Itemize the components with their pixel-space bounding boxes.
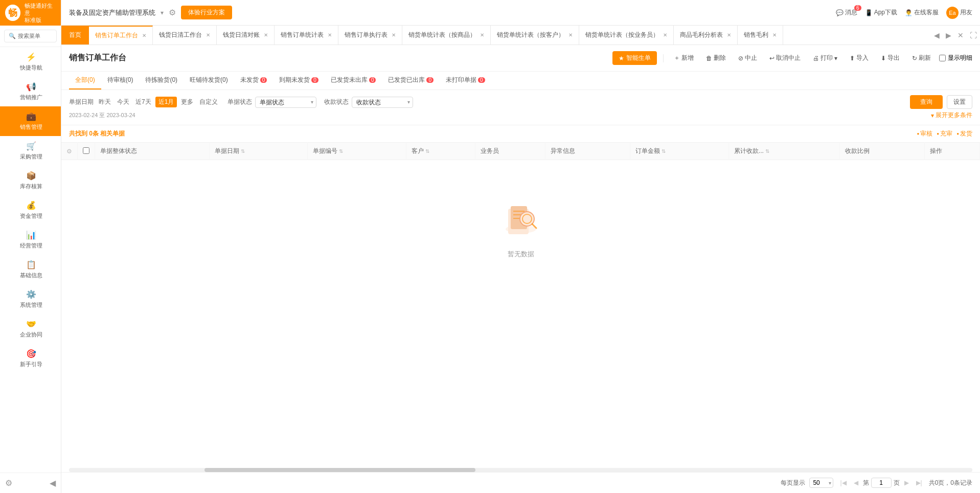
print-button[interactable]: 🖨 打印 ▾ [809, 52, 841, 64]
tab-sales-by-customer[interactable]: 销货单统计表（按客户） ✕ [491, 26, 579, 44]
sidebar-collapse-button[interactable]: ◀ [50, 478, 56, 488]
cancel-suspend-button[interactable]: ↩ 取消中止 [765, 52, 805, 64]
app-download-button[interactable]: 📱 App下载 [865, 8, 897, 17]
add-button[interactable]: ＋ 新增 [670, 52, 698, 64]
tab-close-icon[interactable]: ✕ [328, 32, 332, 38]
tab-close-icon[interactable]: ✕ [568, 32, 573, 38]
sidebar-settings-button[interactable]: ⚙ [5, 478, 12, 488]
sub-tab-expired-not-shipped[interactable]: 到期未发货0 [273, 72, 325, 89]
message-button[interactable]: 💬 消息 6 [836, 8, 857, 17]
date-custom-button[interactable]: 自定义 [197, 97, 220, 107]
sub-tab-wangpu[interactable]: 旺铺待发货(0) [184, 72, 234, 89]
online-service-button[interactable]: 👨‍💼 在线客服 [905, 8, 939, 17]
show-detail-checkbox[interactable] [939, 55, 946, 61]
tab-cash-reconcile[interactable]: 钱货日清对账 ✕ [217, 26, 275, 44]
col-settings-icon[interactable]: ⚙ [61, 143, 78, 160]
status-select[interactable]: 单据状态 [255, 97, 316, 108]
sidebar-item-guide[interactable]: 🎯 新手引导 [0, 344, 61, 373]
tab-close-icon[interactable]: ✕ [772, 32, 777, 38]
scrollbar-thumb[interactable] [204, 468, 475, 472]
filter-bar: 单据日期 昨天 今天 近7天 近1月 更多 自定义 单据状态 [61, 90, 980, 125]
sub-tab-pending-review[interactable]: 待审核(0) [101, 72, 140, 89]
tab-close-icon[interactable]: ✕ [206, 32, 210, 38]
sidebar-item-sales[interactable]: 💼 销售管理 [0, 106, 61, 136]
sidebar-item-base-info[interactable]: 📋 基础信息 [0, 255, 61, 284]
col-no[interactable]: 单据编号⇅ [308, 143, 406, 160]
tab-cash-daily[interactable]: 钱货日清工作台 ✕ [153, 26, 217, 44]
show-detail-label[interactable]: 显示明细 [939, 54, 972, 62]
sub-tab-not-shipped[interactable]: 未发货0 [234, 72, 274, 89]
date-filter: 单据日期 昨天 今天 近7天 近1月 更多 自定义 [69, 97, 220, 107]
prev-page-button[interactable]: ◀ [851, 478, 861, 487]
tab-close-icon[interactable]: ✕ [727, 32, 731, 38]
sidebar-item-purchase[interactable]: 🛒 采购管理 [0, 136, 61, 166]
tab-close-icon[interactable]: ✕ [142, 33, 146, 38]
batch-cancel-review-button[interactable]: 充审 [937, 129, 952, 138]
system-dropdown-button[interactable]: ▾ [161, 9, 164, 16]
date-7days-button[interactable]: 近7天 [133, 97, 153, 107]
payment-select[interactable]: 收款状态 [352, 97, 413, 108]
select-all-checkbox[interactable] [83, 147, 89, 154]
sub-tab-shipped-out[interactable]: 已发货已出库0 [382, 72, 440, 89]
horizontal-scrollbar[interactable] [69, 468, 972, 472]
sidebar-search-area[interactable]: 🔍 搜索菜单 [0, 26, 61, 47]
tab-sales-by-product[interactable]: 销货单统计表（按商品） ✕ [402, 26, 491, 44]
last-page-button[interactable]: ▶| [914, 478, 925, 487]
sidebar-bottom: ⚙ ◀ [0, 473, 61, 493]
search-menu-button[interactable]: 🔍 搜索菜单 [4, 30, 57, 42]
suspend-button[interactable]: ⊘ 中止 [734, 52, 761, 64]
tab-sales-workbench[interactable]: 销售订单工作台 ✕ [89, 26, 153, 44]
date-1month-button[interactable]: 近1月 [155, 97, 177, 107]
query-button[interactable]: 查询 [910, 95, 943, 109]
page-size-select[interactable]: 50 10 20 100 [809, 478, 833, 488]
tab-close-icon[interactable]: ✕ [264, 32, 268, 38]
tab-close-all-button[interactable]: ✕ [954, 26, 967, 45]
export-button[interactable]: ⬇ 导出 [877, 52, 904, 64]
sub-tab-not-printed[interactable]: 未打印单据0 [440, 72, 491, 89]
tab-sales-by-staff[interactable]: 销货单统计表（按业务员） ✕ [579, 26, 674, 44]
date-today-button[interactable]: 今天 [115, 97, 131, 107]
tab-close-icon[interactable]: ✕ [392, 32, 396, 38]
tab-next-button[interactable]: ▶ [943, 26, 954, 45]
batch-ship-button[interactable]: 发货 [956, 129, 972, 138]
sidebar-item-enterprise[interactable]: 🤝 企业协同 [0, 314, 61, 344]
batch-review-button[interactable]: 审核 [917, 129, 932, 138]
delete-button[interactable]: 🗑 删除 [702, 52, 730, 64]
tab-home[interactable]: 首页 [61, 26, 89, 44]
topbar-settings-button[interactable]: ⚙ [169, 8, 176, 17]
sub-tab-pending-inspect[interactable]: 待拣验货(0) [139, 72, 184, 89]
tab-sales-gross[interactable]: 销售毛利 ✕ [738, 26, 783, 44]
sub-tab-shipped-not-out[interactable]: 已发货未出库0 [325, 72, 382, 89]
col-checkbox[interactable] [78, 143, 95, 160]
expand-filter-button[interactable]: ▾ 展开更多条件 [931, 111, 972, 120]
col-collected[interactable]: 累计收款...⇅ [728, 143, 839, 160]
sidebar-item-finance[interactable]: 💰 资金管理 [0, 195, 61, 225]
sidebar-item-inventory[interactable]: 📦 库存核算 [0, 166, 61, 195]
next-page-button[interactable]: ▶ [902, 478, 911, 487]
col-amount[interactable]: 订单金额⇅ [630, 143, 729, 160]
tab-prev-button[interactable]: ◀ [931, 26, 943, 45]
sidebar-item-quick-nav[interactable]: ⚡ 快捷导航 [0, 47, 61, 77]
sidebar-item-marketing[interactable]: 📢 营销推广 [0, 77, 61, 106]
user-menu-button[interactable]: Ea 用友 [946, 7, 972, 19]
sidebar-item-operations[interactable]: 📊 经营管理 [0, 225, 61, 255]
col-customer[interactable]: 客户⇅ [406, 143, 475, 160]
smart-order-button[interactable]: ★ 智能生单 [612, 51, 657, 65]
tab-close-icon[interactable]: ✕ [663, 32, 667, 38]
first-page-button[interactable]: |◀ [837, 478, 849, 487]
tab-margin-analysis[interactable]: 商品毛利分析表 ✕ [674, 26, 738, 44]
col-date[interactable]: 单据日期⇅ [209, 143, 308, 160]
sub-tab-all[interactable]: 全部(0) [69, 72, 101, 89]
tab-sales-exec[interactable]: 销售订单执行表 ✕ [338, 26, 402, 44]
import-button[interactable]: ⬆ 导入 [846, 52, 873, 64]
page-number-input[interactable] [871, 478, 892, 488]
tab-fullscreen-button[interactable]: ⛶ [967, 26, 980, 45]
filter-settings-button[interactable]: 设置 [947, 95, 972, 109]
trial-button[interactable]: 体验行业方案 [181, 6, 232, 19]
date-more-button[interactable]: 更多 [179, 97, 195, 107]
date-yesterday-button[interactable]: 昨天 [97, 97, 113, 107]
sidebar-item-system[interactable]: ⚙️ 系统管理 [0, 284, 61, 314]
tab-close-icon[interactable]: ✕ [480, 32, 484, 38]
refresh-button[interactable]: ↻ 刷新 [908, 52, 935, 64]
tab-sales-stats[interactable]: 销售订单统计表 ✕ [275, 26, 338, 44]
